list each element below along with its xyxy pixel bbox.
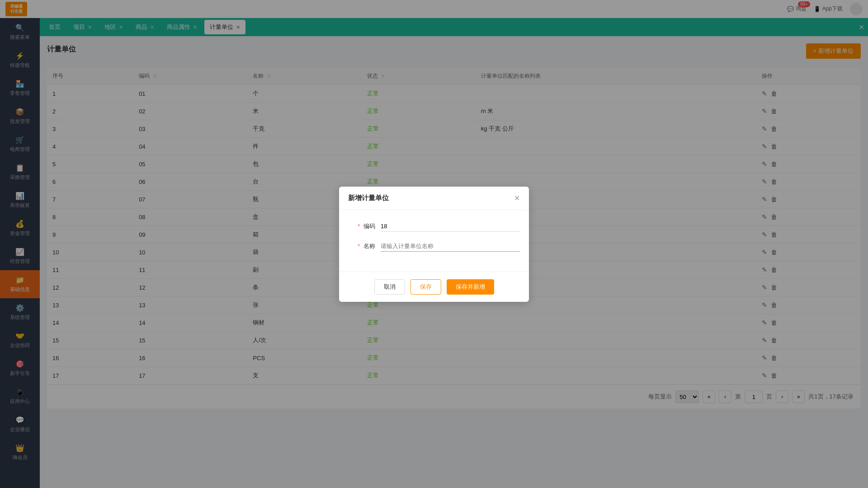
dialog-footer: 取消 保存 保存并新增 [339, 272, 529, 302]
save-and-new-button[interactable]: 保存并新增 [447, 279, 494, 295]
dialog-header: 新增计量单位 ✕ [339, 187, 529, 210]
cancel-button[interactable]: 取消 [374, 279, 405, 295]
code-required-mark: * [358, 223, 360, 230]
code-input[interactable] [381, 221, 520, 232]
name-label: * 名称 [348, 242, 375, 250]
code-field-row: * 编码 [348, 221, 520, 232]
add-unit-dialog: 新增计量单位 ✕ * 编码 * 名称 取消 保存 保存并新增 [339, 187, 529, 302]
name-required-mark: * [358, 243, 360, 249]
name-label-text: 名称 [363, 243, 375, 249]
save-button[interactable]: 保存 [410, 279, 441, 295]
dialog-close-button[interactable]: ✕ [514, 194, 520, 202]
code-label: * 编码 [348, 222, 375, 230]
name-field-row: * 名称 [348, 241, 520, 252]
dialog-body: * 编码 * 名称 [339, 210, 529, 272]
name-input[interactable] [381, 241, 520, 252]
modal-overlay: 新增计量单位 ✕ * 编码 * 名称 取消 保存 保存并新增 [0, 0, 868, 488]
dialog-title: 新增计量单位 [348, 194, 389, 202]
code-label-text: 编码 [363, 223, 375, 230]
